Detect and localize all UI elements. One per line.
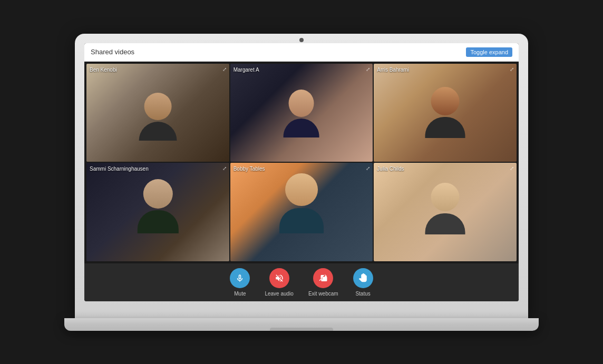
expand-icon-bobby[interactable]: ⤢ <box>366 165 370 171</box>
toggle-expand-button[interactable]: Toggle expand <box>466 47 512 57</box>
laptop-base <box>64 318 539 331</box>
audio-off-icon <box>275 273 284 283</box>
screen-title: Shared videos <box>91 48 134 56</box>
status-icon-circle <box>353 268 373 288</box>
video-grid: Ben Kenobi ⤢ Margaret A ⤢ <box>84 62 519 263</box>
leave-audio-button[interactable]: Leave audio <box>265 268 294 297</box>
video-cell-bobby: Bobby Tables ⤢ <box>230 163 373 261</box>
camera-notch <box>299 38 304 42</box>
video-cell-julia: Julia Childs ⤢ <box>374 163 517 261</box>
video-cell-ben: Ben Kenobi ⤢ <box>86 64 229 162</box>
leave-audio-icon-circle <box>269 268 289 288</box>
mute-label: Mute <box>234 291 246 297</box>
mute-button[interactable]: Mute <box>230 268 250 297</box>
laptop-wrapper: Shared videos Toggle expand Ben Kenobi ⤢ <box>64 19 539 346</box>
status-label: Status <box>355 291 370 297</box>
participant-name-ben: Ben Kenobi <box>90 67 117 73</box>
participant-name-bobby: Bobby Tables <box>234 166 265 172</box>
exit-webcam-label: Exit webcam <box>308 291 338 297</box>
screen-header: Shared videos Toggle expand <box>84 43 519 62</box>
expand-icon-margaret[interactable]: ⤢ <box>366 66 370 72</box>
video-cell-margaret: Margaret A ⤢ <box>230 64 373 162</box>
control-bar: Mute Leave audio <box>84 263 519 301</box>
participant-name-julia: Julia Childs <box>377 166 404 172</box>
participant-name-arris: Arris Bahrami <box>377 67 409 73</box>
expand-icon-ben[interactable]: ⤢ <box>222 66 227 72</box>
video-cell-arris: Arris Bahrami ⤢ <box>374 64 517 162</box>
expand-icon-julia[interactable]: ⤢ <box>510 165 514 171</box>
leave-audio-label: Leave audio <box>265 291 294 297</box>
exit-webcam-icon-circle <box>313 268 333 288</box>
expand-icon-sammi[interactable]: ⤢ <box>222 165 227 171</box>
participant-name-margaret: Margaret A <box>234 67 259 73</box>
camera-off-icon <box>318 273 328 283</box>
participant-name-sammi: Sammi Scharninghausen <box>90 166 149 172</box>
exit-webcam-button[interactable]: Exit webcam <box>308 268 338 297</box>
video-cell-sammi: Sammi Scharninghausen ⤢ <box>86 163 229 261</box>
mic-icon <box>235 273 245 283</box>
hand-icon <box>358 273 368 283</box>
expand-icon-arris[interactable]: ⤢ <box>510 66 514 72</box>
laptop-body: Shared videos Toggle expand Ben Kenobi ⤢ <box>75 34 528 318</box>
laptop-screen: Shared videos Toggle expand Ben Kenobi ⤢ <box>84 43 519 301</box>
mute-icon-circle <box>230 268 250 288</box>
status-button[interactable]: Status <box>353 268 373 297</box>
